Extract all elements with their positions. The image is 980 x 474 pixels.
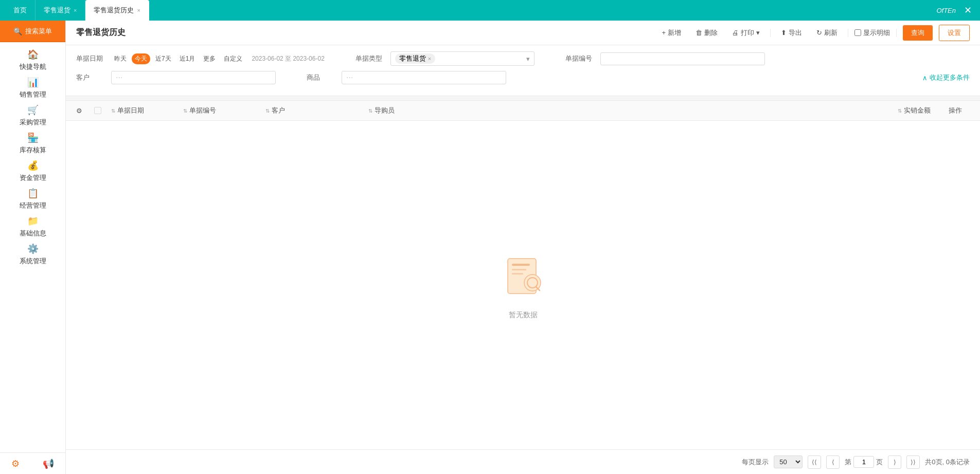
sidebar-search[interactable]: 🔍 搜索菜单 — [0, 21, 65, 42]
date-shortcut-1month[interactable]: 近1月 — [176, 53, 199, 64]
sort-icon-date: ⇅ — [111, 108, 115, 114]
last-page-button[interactable]: ⟩⟩ — [906, 455, 920, 469]
settings-button[interactable]: 设置 — [939, 25, 970, 41]
display-toggle-checkbox[interactable] — [854, 29, 861, 36]
page-suffix: 页 — [876, 458, 883, 467]
date-shortcut-today[interactable]: 今天 — [132, 53, 150, 64]
page-prefix: 第 — [845, 458, 851, 467]
refresh-button[interactable]: ↻ 刷新 — [812, 26, 842, 40]
select-all-checkbox[interactable] — [94, 107, 101, 114]
voucher-id-input[interactable] — [600, 52, 765, 65]
customer-input[interactable]: ··· — [111, 71, 276, 84]
basic-info-icon: 📁 — [27, 215, 39, 227]
display-toggle-label: 显示明细 — [863, 28, 890, 38]
purchase-icon: 🛒 — [27, 104, 39, 116]
goods-filter-group: 商品 ··· — [307, 71, 506, 84]
sidebar-bottom: ⚙ 📢 — [0, 452, 65, 474]
pagination: 每页显示 50 10 20 100 ⟨⟨ ⟨ 第 页 ⟩ ⟩⟩ 共0页, 0条记… — [66, 449, 980, 474]
th-guide[interactable]: ⇅ 导购员 — [364, 106, 436, 115]
tab-home[interactable]: 首页 — [5, 0, 35, 21]
pagination-info: 第 页 — [845, 456, 883, 468]
sidebar-item-system-label: 系统管理 — [20, 257, 46, 266]
filter-row-2: 客户 ··· 商品 ··· ∧ 收起更多条件 — [76, 71, 970, 84]
print-label: 打印 — [741, 28, 754, 38]
th-checkbox[interactable] — [88, 107, 107, 114]
th-number[interactable]: ⇅ 单据编号 — [179, 106, 261, 115]
table-area: ⚙ ⇅ 单据日期 ⇅ 单据编号 ⇅ 客户 ⇅ — [66, 100, 980, 449]
sidebar-item-basic-info[interactable]: 📁 基础信息 — [0, 213, 65, 241]
print-button[interactable]: 🖨 打印 ▾ — [728, 26, 764, 40]
sidebar-item-basic-info-label: 基础信息 — [20, 229, 46, 238]
display-toggle[interactable]: 显示明细 — [854, 28, 890, 38]
collapse-btn[interactable]: ∧ 收起更多条件 — [922, 73, 970, 82]
date-shortcuts: 昨天 今天 近7天 近1月 更多 自定义 — [111, 53, 245, 64]
date-shortcut-custom[interactable]: 自定义 — [221, 53, 245, 64]
delete-icon: 🗑 — [696, 29, 702, 37]
date-shortcut-yesterday[interactable]: 昨天 — [111, 53, 130, 64]
goods-input[interactable]: ··· — [342, 71, 506, 84]
sidebar-item-purchase-mgmt[interactable]: 🛒 采购管理 — [0, 102, 65, 130]
svg-rect-1 — [512, 264, 530, 266]
empty-state: 暂无数据 — [66, 121, 980, 449]
sidebar-item-operations[interactable]: 📋 经营管理 — [0, 185, 65, 213]
next-page-button[interactable]: ⟩ — [888, 455, 901, 469]
export-button[interactable]: ⬆ 导出 — [777, 26, 806, 40]
tab-retail-return-history[interactable]: 零售退货历史 × — [85, 0, 149, 21]
voucher-type-tag-label: 零售退货 — [399, 54, 426, 63]
tab-retail-return-label: 零售退货 — [44, 6, 70, 15]
add-label: 新增 — [668, 28, 681, 38]
per-page-select[interactable]: 50 10 20 100 — [774, 455, 803, 468]
tab-retail-return[interactable]: 零售退货 × — [35, 0, 85, 21]
delete-button[interactable]: 🗑 删除 — [691, 26, 722, 40]
page-input[interactable] — [853, 456, 874, 468]
tab-retail-return-history-close[interactable]: × — [137, 7, 140, 13]
th-guide-label: 导购员 — [375, 106, 395, 115]
voucher-type-tag-remove[interactable]: × — [428, 56, 431, 62]
first-page-button[interactable]: ⟨⟨ — [808, 455, 821, 469]
sidebar-search-label: 搜索菜单 — [25, 27, 52, 36]
per-page-label: 每页显示 — [742, 458, 769, 467]
sort-icon-guide: ⇅ — [368, 108, 372, 114]
sidebar-item-sales-mgmt[interactable]: 📊 销售管理 — [0, 74, 65, 102]
sidebar-item-finance-label: 资金管理 — [20, 173, 46, 183]
sidebar-item-finance[interactable]: 💰 资金管理 — [0, 157, 65, 185]
date-filter-label: 单据日期 — [76, 54, 107, 63]
date-shortcut-7days[interactable]: 近7天 — [152, 53, 174, 64]
date-shortcut-more[interactable]: 更多 — [200, 53, 219, 64]
th-customer[interactable]: ⇅ 客户 — [261, 106, 364, 115]
voucher-type-select[interactable]: 零售退货 × ▾ — [390, 51, 534, 66]
voucher-type-select-content: 零售退货 × — [395, 53, 435, 64]
main-layout: 🔍 搜索菜单 🏠 快捷导航 📊 销售管理 🛒 采购管理 🏪 库存核算 💰 — [0, 21, 980, 474]
voucher-type-label: 单据类型 — [355, 54, 386, 63]
sidebar-item-inventory[interactable]: 🏪 库存核算 — [0, 130, 65, 157]
sidebar-item-quick-nav[interactable]: 🏠 快捷导航 — [0, 46, 65, 74]
customer-label: 客户 — [76, 73, 107, 82]
th-date-label: 单据日期 — [117, 106, 144, 115]
th-actions-label: 操作 — [949, 106, 962, 115]
add-button[interactable]: + 新增 — [657, 26, 685, 40]
voucher-type-dropdown-icon: ▾ — [526, 55, 530, 63]
th-amount-label: 实销金额 — [904, 106, 931, 115]
window-close-button[interactable]: ✕ — [961, 5, 975, 16]
sidebar-item-sales-mgmt-label: 销售管理 — [20, 90, 46, 99]
th-amount[interactable]: ⇅ 实销金额 — [436, 106, 935, 115]
tab-retail-return-close[interactable]: × — [74, 7, 77, 13]
query-button[interactable]: 查询 — [903, 25, 933, 41]
tab-list: 首页 零售退货 × 零售退货历史 × — [5, 0, 936, 21]
inventory-icon: 🏪 — [27, 132, 39, 143]
collapse-label: 收起更多条件 — [930, 73, 970, 82]
empty-text: 暂无数据 — [509, 311, 538, 320]
column-settings-icon[interactable]: ⚙ — [76, 107, 82, 115]
prev-page-button[interactable]: ⟨ — [826, 455, 840, 469]
sidebar-item-system[interactable]: ⚙️ 系统管理 — [0, 241, 65, 268]
export-icon: ⬆ — [781, 29, 787, 37]
goods-label: 商品 — [307, 73, 337, 82]
divider-3 — [896, 29, 897, 37]
print-icon: 🖨 — [732, 29, 739, 37]
th-settings[interactable]: ⚙ — [70, 107, 88, 115]
refresh-label: 刷新 — [824, 28, 838, 38]
th-date[interactable]: ⇅ 单据日期 — [107, 106, 179, 115]
settings-bottom-icon[interactable]: ⚙ — [11, 458, 20, 469]
volume-icon[interactable]: 📢 — [43, 458, 54, 469]
th-actions: 操作 — [935, 106, 976, 115]
